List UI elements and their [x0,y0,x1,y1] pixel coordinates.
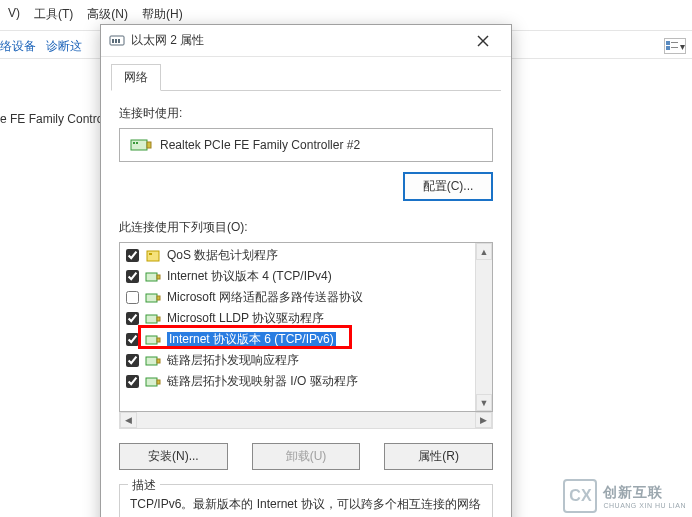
items-label: 此连接使用下列项目(O): [119,219,493,236]
item-label: QoS 数据包计划程序 [167,247,278,264]
description-legend: 描述 [128,477,160,494]
scroll-down-arrow-icon[interactable]: ▼ [476,394,492,411]
configure-button[interactable]: 配置(C)... [403,172,493,201]
list-item[interactable]: Internet 协议版本 6 (TCP/IPv6) [120,329,475,350]
item-checkbox[interactable] [126,375,139,388]
protocol-icon [145,354,161,368]
ethernet-icon [109,33,125,49]
protocol-icon [145,291,161,305]
scroll-up-arrow-icon[interactable]: ▲ [476,243,492,260]
view-options-button[interactable]: ▾ [664,38,686,54]
dialog-title: 以太网 2 属性 [131,32,463,49]
svg-rect-5 [112,39,114,43]
close-button[interactable] [463,29,503,53]
svg-rect-22 [146,336,157,344]
network-items-list[interactable]: QoS 数据包计划程序Internet 协议版本 4 (TCP/IPv4)Mic… [119,242,493,412]
svg-rect-15 [149,253,152,255]
toolbar-item[interactable]: 诊断这 [46,38,82,55]
menu-item[interactable]: 高级(N) [87,6,128,23]
item-label: Internet 协议版本 4 (TCP/IPv4) [167,268,332,285]
svg-rect-7 [118,39,120,43]
svg-rect-6 [115,39,117,43]
item-checkbox[interactable] [126,249,139,262]
list-item[interactable]: 链路层拓扑发现映射器 I/O 驱动程序 [120,371,475,392]
item-label: Microsoft LLDP 协议驱动程序 [167,310,324,327]
svg-rect-3 [671,47,678,48]
item-checkbox[interactable] [126,312,139,325]
item-checkbox[interactable] [126,333,139,346]
svg-rect-10 [131,140,147,150]
svg-rect-11 [147,142,151,148]
scroll-right-arrow-icon[interactable]: ▶ [475,412,492,428]
backdrop-device-label: e FE Family Contro [0,112,103,126]
svg-rect-20 [146,315,157,323]
item-label: 链路层拓扑发现响应程序 [167,352,299,369]
svg-rect-12 [133,142,135,144]
svg-rect-19 [157,296,160,300]
menu-item[interactable]: V) [8,6,20,23]
item-checkbox[interactable] [126,270,139,283]
svg-rect-1 [671,42,678,43]
watermark-brand: 创新互联 [603,484,686,502]
svg-rect-18 [146,294,157,302]
backdrop-toolbar: 络设备 诊断这 [0,38,82,55]
list-item[interactable]: Microsoft 网络适配器多路传送器协议 [120,287,475,308]
uninstall-button: 卸载(U) [252,443,361,470]
protocol-icon [145,312,161,326]
menu-item[interactable]: 帮助(H) [142,6,183,23]
watermark-logo-icon: CX [563,479,597,513]
description-text: TCP/IPv6。最新版本的 Internet 协议，可以跨多个相互连接的网络进… [130,495,482,517]
svg-rect-14 [147,251,159,261]
adapter-display: Realtek PCIe FE Family Controller #2 [119,128,493,162]
service-icon [145,249,161,263]
protocol-icon [145,270,161,284]
connect-using-label: 连接时使用: [119,105,493,122]
properties-button[interactable]: 属性(R) [384,443,493,470]
toolbar-item[interactable]: 络设备 [0,38,36,55]
description-group: 描述 TCP/IPv6。最新版本的 Internet 协议，可以跨多个相互连接的… [119,484,493,517]
tab-network[interactable]: 网络 [111,64,161,91]
list-item[interactable]: QoS 数据包计划程序 [120,245,475,266]
dialog-titlebar: 以太网 2 属性 [101,25,511,57]
protocol-icon [145,375,161,389]
backdrop-menubar: V) 工具(T) 高级(N) 帮助(H) [8,6,183,23]
adapter-name: Realtek PCIe FE Family Controller #2 [160,138,360,152]
tab-strip: 网络 [111,63,501,91]
network-adapter-icon [130,137,152,153]
item-checkbox[interactable] [126,354,139,367]
list-item[interactable]: Internet 协议版本 4 (TCP/IPv4) [120,266,475,287]
menu-item[interactable]: 工具(T) [34,6,73,23]
svg-rect-27 [157,380,160,384]
svg-rect-2 [666,46,670,50]
item-label: Internet 协议版本 6 (TCP/IPv6) [167,331,336,348]
svg-rect-26 [146,378,157,386]
scroll-left-arrow-icon[interactable]: ◀ [120,412,137,428]
horizontal-scrollbar[interactable]: ◀ ▶ [119,412,493,429]
install-button[interactable]: 安装(N)... [119,443,228,470]
item-label: 链路层拓扑发现映射器 I/O 驱动程序 [167,373,358,390]
item-label: Microsoft 网络适配器多路传送器协议 [167,289,363,306]
svg-rect-23 [157,338,160,342]
svg-rect-21 [157,317,160,321]
list-item[interactable]: Microsoft LLDP 协议驱动程序 [120,308,475,329]
svg-rect-16 [146,273,157,281]
svg-rect-25 [157,359,160,363]
protocol-icon [145,333,161,347]
svg-rect-13 [136,142,138,144]
vertical-scrollbar[interactable]: ▲ ▼ [475,243,492,411]
svg-rect-0 [666,41,670,45]
ethernet-properties-dialog: 以太网 2 属性 网络 连接时使用: Realtek PCIe FE Famil… [100,24,512,517]
svg-rect-24 [146,357,157,365]
watermark: CX 创新互联 CHUANG XIN HU LIAN [563,479,686,513]
item-checkbox[interactable] [126,291,139,304]
list-item[interactable]: 链路层拓扑发现响应程序 [120,350,475,371]
watermark-sub: CHUANG XIN HU LIAN [603,502,686,509]
svg-rect-17 [157,275,160,279]
